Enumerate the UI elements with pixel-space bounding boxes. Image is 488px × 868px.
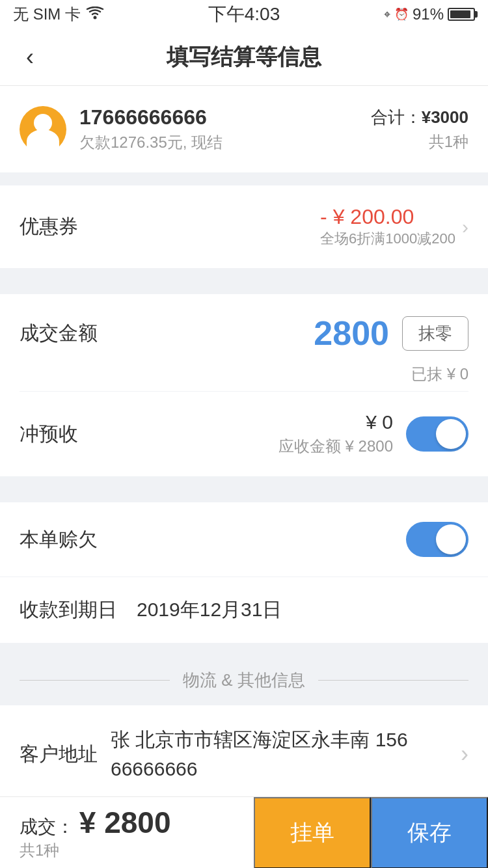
status-left: 无 SIM 卡 [13, 4, 104, 25]
prepay-label: 冲预收 [20, 421, 78, 448]
status-time: 下午4:03 [208, 2, 280, 27]
logistics-separator: 物流 & 其他信息 [0, 656, 488, 705]
address-label: 客户地址 [20, 741, 98, 768]
save-button[interactable]: 保存 [371, 797, 488, 869]
wifi-icon [86, 5, 104, 23]
section-separator [0, 281, 488, 294]
prepay-value-group: ¥ 0 应收金额 ¥ 2800 [278, 411, 393, 457]
bottom-deal-row: 成交： ¥ 2800 [20, 805, 234, 840]
address-section[interactable]: 客户地址 张 北京市市辖区海淀区永丰南 156 66666666 › [0, 705, 488, 803]
prepay-toggle[interactable] [406, 416, 468, 452]
coupon-discount: - ¥ 200.00 [320, 205, 455, 229]
debit-section: 本单赊欠 [0, 502, 488, 576]
sim-label: 无 SIM 卡 [13, 4, 81, 25]
avatar [20, 106, 66, 153]
address-chevron-icon: › [461, 740, 468, 768]
svg-point-0 [94, 16, 97, 20]
bottom-amount: ¥ 2800 [79, 806, 171, 839]
toggle-circle [436, 419, 466, 449]
debit-toggle[interactable] [406, 522, 468, 557]
total-count: 共1种 [371, 131, 468, 152]
location-icon: ⌖ [384, 8, 390, 21]
battery-icon [448, 8, 475, 21]
debit-toggle-circle [436, 524, 466, 554]
address-value: 张 北京市市辖区海淀区永丰南 156 66666666 [111, 725, 461, 783]
due-date-label: 收款到期日 [20, 597, 117, 623]
due-date-value: 2019年12月31日 [137, 597, 282, 623]
sep-line-left [20, 680, 170, 681]
back-button[interactable]: ‹ [20, 37, 40, 77]
nav-bar: ‹ 填写结算等信息 [0, 29, 488, 86]
bottom-info: 成交： ¥ 2800 共1种 [0, 805, 254, 861]
clock-icon: ⏰ [394, 7, 409, 21]
user-left: 17666666666 欠款1276.35元, 现结 [20, 105, 223, 153]
section-separator-2 [0, 476, 488, 489]
amount-label: 成交金额 [20, 320, 98, 347]
amount-row: 成交金额 2800 抹零 [20, 314, 468, 353]
status-bar: 无 SIM 卡 下午4:03 ⌖ ⏰ 91% [0, 0, 488, 29]
amount-value-group: 2800 抹零 [314, 314, 468, 353]
chevron-right-icon: › [462, 216, 468, 238]
total-label: 合计：¥3000 [371, 106, 468, 129]
user-info-row: 17666666666 欠款1276.35元, 现结 合计：¥3000 共1种 [0, 86, 488, 172]
round-button[interactable]: 抹零 [402, 316, 468, 351]
main-content: 17666666666 欠款1276.35元, 现结 合计：¥3000 共1种 … [0, 86, 488, 868]
hang-button[interactable]: 挂单 [254, 797, 371, 869]
coupon-sub: 全场6折满1000减200 [320, 229, 455, 249]
bottom-deal-label: 成交： [20, 817, 79, 837]
debit-label: 本单赊欠 [20, 526, 98, 553]
coupon-row[interactable]: 优惠券 - ¥ 200.00 全场6折满1000减200 › [0, 185, 488, 268]
user-info: 17666666666 欠款1276.35元, 现结 [79, 105, 223, 153]
coupon-label: 优惠券 [20, 213, 78, 240]
coupon-right: - ¥ 200.00 全场6折满1000减200 › [320, 205, 468, 249]
user-phone: 17666666666 [79, 105, 223, 129]
bottom-count: 共1种 [20, 840, 234, 861]
prepay-sub: 应收金额 ¥ 2800 [278, 436, 393, 457]
amount-section: 成交金额 2800 抹零 已抹 ¥ 0 冲预收 ¥ 0 应收金额 ¥ 2800 [0, 294, 488, 476]
prepay-right: ¥ 0 应收金额 ¥ 2800 [278, 411, 468, 457]
row-divider [20, 391, 468, 392]
user-sub: 欠款1276.35元, 现结 [79, 132, 223, 153]
sep-line-right [318, 680, 468, 681]
amount-number: 2800 [314, 314, 389, 353]
due-date-row: 收款到期日 2019年12月31日 [20, 597, 468, 623]
page-title: 填写结算等信息 [167, 42, 321, 72]
user-total: 合计：¥3000 共1种 [371, 106, 468, 152]
bottom-bar: 成交： ¥ 2800 共1种 挂单 保存 [0, 796, 488, 868]
status-right: ⌖ ⏰ 91% [384, 5, 475, 23]
battery-pct: 91% [413, 5, 444, 23]
due-date-section: 收款到期日 2019年12月31日 [0, 577, 488, 643]
prepay-row: 冲预收 ¥ 0 应收金额 ¥ 2800 [20, 398, 468, 457]
prepay-amount: ¥ 0 [278, 411, 393, 433]
logistics-label: 物流 & 其他信息 [183, 669, 305, 692]
amount-sub: 已抹 ¥ 0 [411, 365, 468, 383]
